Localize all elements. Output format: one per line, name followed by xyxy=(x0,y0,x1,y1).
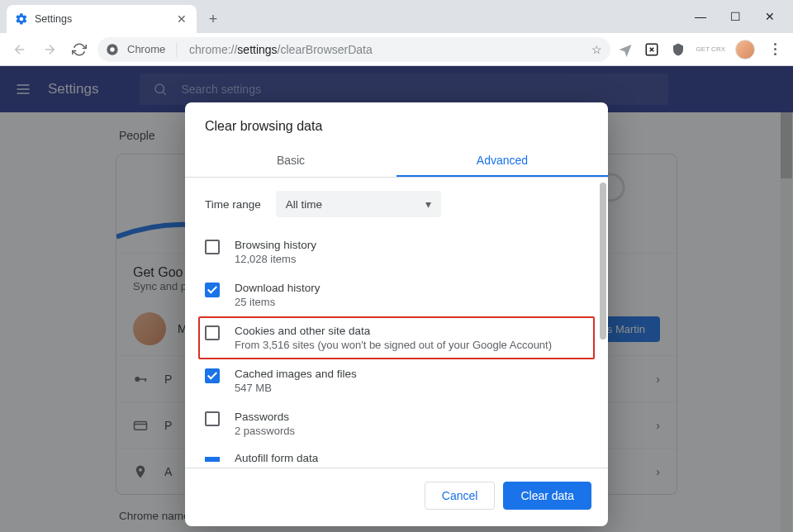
get-crx-badge[interactable]: GET CRX xyxy=(696,46,725,53)
checkbox-partial[interactable] xyxy=(205,457,220,462)
time-range-label: Time range xyxy=(205,198,261,211)
maximize-icon[interactable]: ☐ xyxy=(724,5,747,28)
url-prefix: Chrome xyxy=(127,43,165,55)
chrome-badge-icon xyxy=(106,43,119,56)
caret-down-icon: ▾ xyxy=(425,197,431,211)
box-x-icon[interactable] xyxy=(643,41,660,58)
modal-overlay: Clear browsing data Basic Advanced Time … xyxy=(0,66,793,532)
minimize-icon[interactable]: — xyxy=(689,5,712,28)
checkbox[interactable] xyxy=(205,325,220,340)
dialog-scrollbar[interactable] xyxy=(600,183,606,463)
shield-icon[interactable] xyxy=(670,41,686,58)
checkbox[interactable] xyxy=(205,411,220,426)
item-cached[interactable]: Cached images and files 547 MB xyxy=(205,359,588,402)
checkbox[interactable] xyxy=(205,240,220,254)
dialog-title: Clear browsing data xyxy=(185,102,608,144)
browser-tab-strip: Settings ✕ + — ☐ ✕ xyxy=(0,0,793,33)
reload-icon[interactable] xyxy=(68,38,91,61)
dialog-actions: Cancel Clear data xyxy=(185,468,608,526)
checkbox[interactable] xyxy=(205,368,220,383)
cancel-button[interactable]: Cancel xyxy=(425,482,496,510)
close-window-icon[interactable]: ✕ xyxy=(758,5,781,28)
gear-icon xyxy=(15,12,28,26)
clear-browsing-data-dialog: Clear browsing data Basic Advanced Time … xyxy=(185,102,608,526)
item-download-history[interactable]: Download history 25 items xyxy=(205,273,588,316)
close-tab-icon[interactable]: ✕ xyxy=(175,12,188,26)
clear-data-button[interactable]: Clear data xyxy=(503,482,591,510)
url-text: chrome://settings/clearBrowserData xyxy=(189,43,373,56)
dialog-scrollbar-thumb[interactable] xyxy=(600,183,606,340)
back-icon[interactable] xyxy=(8,38,31,61)
bookmark-star-icon[interactable]: ☆ xyxy=(591,43,602,56)
item-passwords[interactable]: Passwords 2 passwords xyxy=(205,402,588,445)
tab-basic[interactable]: Basic xyxy=(185,144,396,177)
window-controls: — ☐ ✕ xyxy=(689,5,781,28)
new-tab-button[interactable]: + xyxy=(202,7,225,31)
time-range-select[interactable]: All time ▾ xyxy=(276,191,441,217)
tab-advanced[interactable]: Advanced xyxy=(396,144,608,177)
kebab-menu-icon[interactable] xyxy=(765,43,785,55)
extension-icons: GET CRX xyxy=(617,40,785,59)
address-bar[interactable]: Chrome │ chrome://settings/clearBrowserD… xyxy=(97,37,610,62)
checkbox[interactable] xyxy=(205,283,220,297)
forward-icon[interactable] xyxy=(38,38,61,61)
time-range-value: All time xyxy=(286,198,322,211)
dialog-tabs: Basic Advanced xyxy=(185,144,608,178)
item-autofill[interactable]: Autofill form data xyxy=(205,445,588,464)
item-cookies[interactable]: Cookies and other site data From 3,516 s… xyxy=(198,316,595,359)
browser-tab[interactable]: Settings ✕ xyxy=(7,5,197,33)
profile-avatar-icon[interactable] xyxy=(735,40,755,59)
plane-icon[interactable] xyxy=(617,41,634,58)
svg-point-1 xyxy=(110,47,114,51)
tab-title: Settings xyxy=(35,13,72,25)
item-browsing-history[interactable]: Browsing history 12,028 items xyxy=(205,230,588,273)
browser-toolbar: Chrome │ chrome://settings/clearBrowserD… xyxy=(0,33,793,66)
